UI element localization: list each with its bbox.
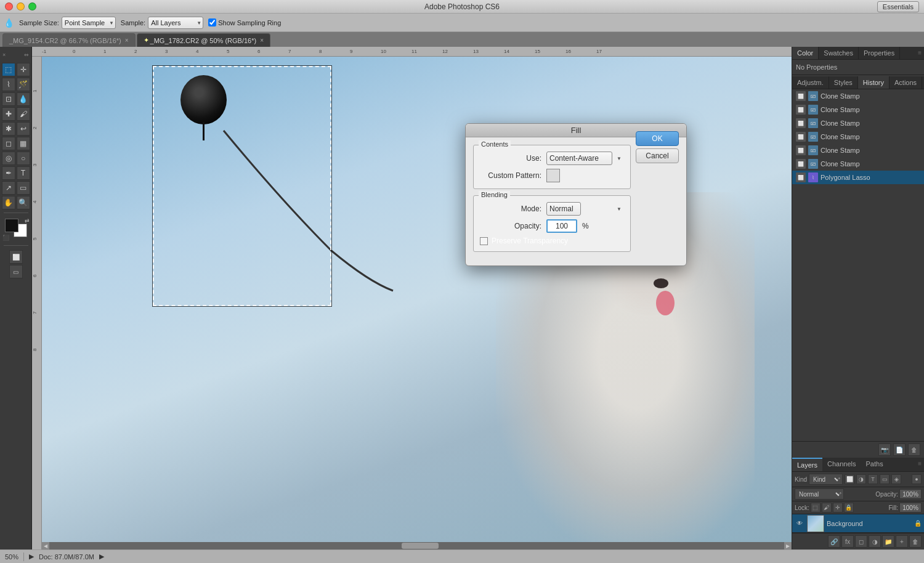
properties-panel-tab[interactable]: Properties bbox=[859, 47, 900, 59]
layers-tab[interactable]: Layers bbox=[792, 458, 822, 471]
close-button[interactable] bbox=[5, 2, 13, 10]
sample-size-select[interactable]: Point Sample bbox=[62, 17, 116, 29]
create-group-button[interactable]: 📁 bbox=[882, 535, 894, 548]
fill-dialog[interactable]: Fill Contents Use: Foreground Color Back… bbox=[465, 123, 687, 266]
quick-mask-tool[interactable]: ⬜ bbox=[9, 250, 23, 264]
history-item[interactable]: ⬜ 🖃 Clone Stamp bbox=[792, 103, 924, 116]
filter-type-button[interactable]: T bbox=[868, 474, 878, 484]
filter-shape-button[interactable]: ▭ bbox=[880, 474, 890, 484]
history-delete-button[interactable]: 🗑 bbox=[908, 444, 920, 456]
history-item[interactable]: ⬜ 🖃 Clone Stamp bbox=[792, 157, 924, 171]
move-tool[interactable]: ✛ bbox=[17, 63, 30, 76]
channels-tab[interactable]: Channels bbox=[822, 458, 861, 471]
pen-tool[interactable]: ✒ bbox=[2, 166, 15, 180]
adjustments-panel-tab[interactable]: Adjustm. bbox=[792, 76, 829, 89]
mode-select[interactable]: Normal Dissolve Multiply Screen Overlay bbox=[546, 202, 581, 216]
lasso-tool[interactable]: ⌇ bbox=[2, 78, 15, 91]
expand-tools-icon[interactable]: ⇔ bbox=[24, 52, 29, 58]
eyedropper-tool[interactable]: 💧 bbox=[17, 92, 30, 106]
horizontal-scrollbar[interactable]: ◀ ▶ bbox=[42, 542, 792, 549]
gradient-tool[interactable]: ▦ bbox=[17, 137, 30, 150]
lock-transparent-pixels-button[interactable]: ⬚ bbox=[811, 503, 821, 512]
styles-panel-tab[interactable]: Styles bbox=[829, 76, 858, 89]
brush-tool[interactable]: 🖌 bbox=[17, 107, 30, 121]
filter-smartobject-button[interactable]: ◈ bbox=[891, 474, 901, 484]
collapse-tools-icon[interactable]: × bbox=[2, 52, 6, 58]
fill-input[interactable] bbox=[899, 503, 922, 512]
sampling-ring-input[interactable] bbox=[208, 18, 216, 26]
tab-document-1[interactable]: _MG_9154.CR2 @ 66.7% (RGB/16*) × bbox=[2, 33, 136, 47]
create-adjustment-layer-button[interactable]: ◑ bbox=[869, 535, 881, 548]
opacity-input[interactable] bbox=[899, 489, 922, 499]
layers-panel-options-icon[interactable]: ≡ bbox=[915, 458, 924, 471]
layer-item-background[interactable]: 👁 Background 🔒 bbox=[792, 514, 924, 533]
lock-image-pixels-button[interactable]: 🖌 bbox=[822, 503, 832, 512]
layer-visibility-toggle[interactable]: 👁 bbox=[795, 519, 804, 529]
show-sampling-ring-checkbox[interactable]: Show Sampling Ring bbox=[208, 18, 281, 26]
history-item-polygonal-lasso[interactable]: ⬜ ⌇ Polygonal Lasso bbox=[792, 171, 924, 184]
tab-document-2[interactable]: ✦ _MG_1782.CR2 @ 50% (RGB/16*) × bbox=[137, 33, 270, 47]
minimize-button[interactable] bbox=[17, 2, 25, 10]
preserve-transparency-checkbox[interactable]: ✓ bbox=[480, 237, 488, 245]
panel-options-icon[interactable]: ≡ bbox=[915, 47, 924, 59]
paths-tab[interactable]: Paths bbox=[861, 458, 888, 471]
stamp-tool[interactable]: ✱ bbox=[2, 122, 15, 136]
color-panel-tab[interactable]: Color bbox=[792, 47, 819, 59]
scroll-arrow-right[interactable]: ▶ bbox=[784, 542, 792, 549]
add-layer-style-button[interactable]: fx bbox=[841, 535, 854, 548]
delete-layer-button[interactable]: 🗑 bbox=[909, 535, 922, 548]
filter-pixel-button[interactable]: ⬜ bbox=[845, 474, 854, 484]
create-new-layer-button[interactable]: + bbox=[896, 535, 908, 548]
shape-tool[interactable]: ▭ bbox=[17, 181, 30, 195]
custom-pattern-swatch[interactable] bbox=[546, 169, 560, 182]
tab-1-close[interactable]: × bbox=[125, 37, 129, 44]
history-item[interactable]: ⬜ 🖃 Clone Stamp bbox=[792, 144, 924, 157]
maximize-button[interactable] bbox=[28, 2, 36, 10]
history-brush-tool[interactable]: ↩ bbox=[17, 122, 30, 136]
scroll-arrow-left[interactable]: ◀ bbox=[42, 542, 49, 549]
type-tool[interactable]: T bbox=[17, 166, 30, 180]
history-item[interactable]: ⬜ 🖃 Clone Stamp bbox=[792, 89, 924, 103]
swatches-panel-tab[interactable]: Swatches bbox=[819, 47, 859, 59]
filter-kind-select[interactable]: Kind bbox=[809, 474, 843, 485]
zoom-tool[interactable]: 🔍 bbox=[17, 196, 30, 209]
default-colors-icon[interactable]: ⬛ bbox=[2, 235, 9, 241]
screen-mode-tool[interactable]: ▭ bbox=[9, 265, 23, 278]
cancel-button[interactable]: Cancel bbox=[636, 148, 679, 163]
filter-toggle-button[interactable]: ● bbox=[912, 474, 922, 484]
ruler-tick: 1 bbox=[103, 49, 134, 54]
add-mask-button[interactable]: ◻ bbox=[855, 535, 867, 548]
use-select[interactable]: Foreground Color Background Color Color.… bbox=[546, 152, 612, 165]
healing-brush-tool[interactable]: ✚ bbox=[2, 107, 15, 121]
opacity-dialog-input[interactable] bbox=[546, 219, 577, 233]
blur-tool[interactable]: ◎ bbox=[2, 152, 15, 165]
eraser-tool[interactable]: ◻ bbox=[2, 137, 15, 150]
dodge-tool[interactable]: ○ bbox=[17, 152, 30, 165]
titlebar-buttons[interactable] bbox=[5, 2, 36, 10]
path-select-tool[interactable]: ↗ bbox=[2, 181, 15, 195]
crop-tool[interactable]: ⊡ bbox=[2, 92, 15, 106]
hand-tool[interactable]: ✋ bbox=[2, 196, 15, 209]
history-item[interactable]: ⬜ 🖃 Clone Stamp bbox=[792, 130, 924, 144]
swap-colors-icon[interactable]: ⇄ bbox=[25, 217, 30, 224]
quick-select-tool[interactable]: 🪄 bbox=[17, 78, 30, 91]
filter-adjustment-button[interactable]: ◑ bbox=[856, 474, 866, 484]
marquee-tool[interactable]: ⬚ bbox=[2, 63, 15, 76]
sample-select[interactable]: All Layers bbox=[148, 17, 203, 29]
history-new-document-button[interactable]: 📄 bbox=[893, 444, 906, 456]
layer-mode-select[interactable]: Normal bbox=[795, 488, 844, 500]
doc-info-expand[interactable]: ▶ bbox=[99, 553, 104, 561]
history-snapshot-button[interactable]: 📷 bbox=[878, 444, 891, 456]
link-layers-button[interactable]: 🔗 bbox=[828, 535, 840, 548]
history-panel-tab[interactable]: History bbox=[858, 76, 890, 89]
history-item-label: Clone Stamp bbox=[821, 133, 860, 140]
foreground-color-swatch[interactable] bbox=[5, 219, 18, 232]
actions-panel-tab[interactable]: Actions bbox=[890, 76, 922, 89]
essentials-dropdown[interactable]: Essentials bbox=[877, 1, 919, 12]
tab-2-close[interactable]: × bbox=[260, 37, 264, 44]
lock-all-button[interactable]: 🔒 bbox=[844, 503, 854, 512]
ok-button[interactable]: OK bbox=[636, 131, 679, 146]
history-item[interactable]: ⬜ 🖃 Clone Stamp bbox=[792, 116, 924, 130]
status-arrow[interactable]: ▶ bbox=[29, 553, 34, 561]
lock-position-button[interactable]: ✛ bbox=[833, 503, 843, 512]
